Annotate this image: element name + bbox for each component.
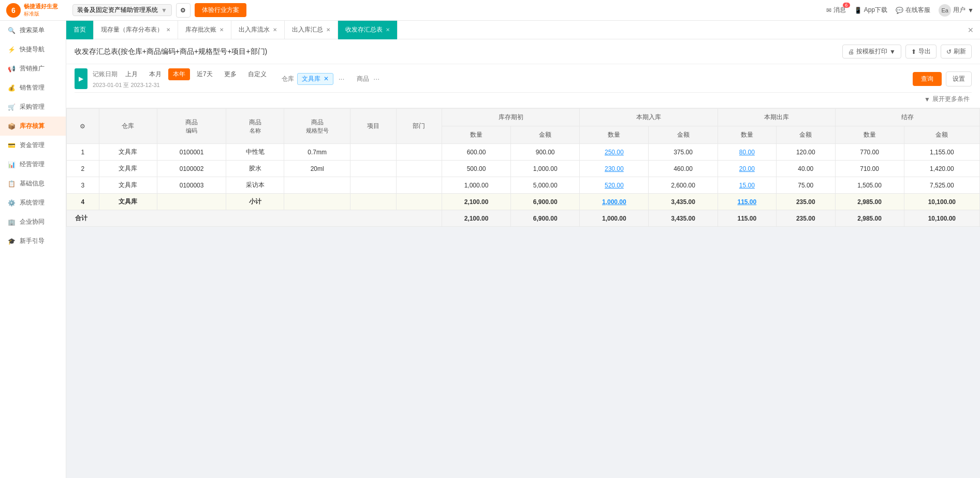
table-cell-link[interactable]: 80.00 <box>718 144 776 161</box>
message-button[interactable]: ✉ 消息 6 <box>826 6 846 15</box>
table-cell-link[interactable]: 115.00 <box>718 194 776 210</box>
warehouse-more-button[interactable]: ··· <box>337 75 347 83</box>
try-industry-button[interactable]: 体验行业方案 <box>195 3 246 17</box>
tab-close-inventory-distribution[interactable]: ✕ <box>166 27 170 33</box>
tab-close-receive-send-summary[interactable]: ✕ <box>386 27 390 33</box>
sidebar-item-marketing[interactable]: 📢 营销推广 <box>0 59 66 78</box>
tab-bar: 首页 现存量（库存分布表） ✕ 库存批次账 ✕ 出入库流水 ✕ 出入库汇总 ✕ <box>66 21 980 39</box>
sidebar-item-quick-nav[interactable]: ⚡ 快捷导航 <box>0 40 66 59</box>
filter-settings-button[interactable]: 设置 <box>946 71 972 86</box>
sidebar-item-purchase[interactable]: 🛒 采购管理 <box>0 97 66 117</box>
top-right-actions: ✉ 消息 6 📱 App下载 💬 在线客服 Ea 用户 ▼ <box>826 4 974 17</box>
tab-close-inout-summary[interactable]: ✕ <box>326 27 330 33</box>
th-close-amt: 金额 <box>904 126 979 144</box>
table-cell <box>396 161 442 177</box>
sidebar-menu: 🔍 搜索菜单 ⚡ 快捷导航 📢 营销推广 💰 销售管理 🛒 采购管理 <box>0 21 66 478</box>
tab-close-batch-account[interactable]: ✕ <box>220 27 224 33</box>
table-settings-header[interactable]: ⚙ <box>67 109 99 144</box>
warehouse-tag-remove[interactable]: ✕ <box>324 75 329 82</box>
table-cell-link[interactable]: 520.00 <box>580 177 649 194</box>
filter-date-buttons: 上月 本月 本年 近7天 更多 自定义 <box>121 68 271 80</box>
sidebar-item-guide[interactable]: 🎓 新手引导 <box>0 231 66 251</box>
page-actions: 🖨 按模板打印 ▼ ⬆ 导出 ↺ 刷新 <box>842 45 972 59</box>
date-btn-more[interactable]: 更多 <box>220 68 241 80</box>
tab-inout-flow[interactable]: 出入库流水 ✕ <box>231 21 285 39</box>
date-btn-this-year[interactable]: 本年 <box>168 68 190 80</box>
tab-close-inout-flow[interactable]: ✕ <box>273 27 277 33</box>
app-download-button[interactable]: 📱 App下载 <box>854 6 887 15</box>
data-table: ⚙ 仓库 商品编码 商品名称 商品规格型号 项目 部门 库存期初 本期入库 本期… <box>66 108 980 227</box>
table-cell: 胶水 <box>226 161 284 177</box>
date-btn-7-days[interactable]: 近7天 <box>192 68 217 80</box>
table-cell: 770.00 <box>835 144 904 161</box>
table-container: ⚙ 仓库 商品编码 商品名称 商品规格型号 项目 部门 库存期初 本期入库 本期… <box>66 108 980 227</box>
tab-inventory-distribution[interactable]: 现存量（库存分布表） ✕ <box>94 21 178 39</box>
table-cell: 0100001 <box>157 144 226 161</box>
table-cell: 4 <box>67 194 99 210</box>
refresh-button[interactable]: ↺ 刷新 <box>941 45 972 59</box>
table-cell-link[interactable]: 20.00 <box>718 161 776 177</box>
date-btn-last-month[interactable]: 上月 <box>121 68 142 80</box>
th-goods-code: 商品编码 <box>157 109 226 144</box>
sidebar-item-basic[interactable]: 📋 基础信息 <box>0 174 66 193</box>
sidebar-item-search[interactable]: 🔍 搜索菜单 <box>0 21 66 40</box>
sidebar-item-sales[interactable]: 💰 销售管理 <box>0 78 66 97</box>
tab-home[interactable]: 首页 <box>66 21 94 39</box>
table-cell <box>396 144 442 161</box>
table-cell: 460.00 <box>649 161 718 177</box>
corp-icon: 🏢 <box>7 218 16 226</box>
filter-warehouse: 仓库 文具库 ✕ ··· <box>282 73 347 85</box>
expand-conditions-button[interactable]: ▼ 展开更多条件 <box>924 95 970 104</box>
table-footer-row: 合计 2,100.00 6,900.00 1,000.00 3,435.00 1… <box>67 210 980 227</box>
table-cell: 5,000.00 <box>511 177 580 194</box>
date-btn-this-month[interactable]: 本月 <box>144 68 166 80</box>
user-menu[interactable]: Ea 用户 ▼ <box>939 4 974 17</box>
table-cell-link[interactable]: 250.00 <box>580 144 649 161</box>
table-cell: 710.00 <box>835 161 904 177</box>
settings-icon[interactable]: ⚙ <box>176 3 191 18</box>
print-button[interactable]: 🖨 按模板打印 ▼ <box>842 45 901 59</box>
filter-section: ▶ 记账日期 上月 本月 本年 近7天 更多 自定义 <box>66 64 980 108</box>
date-btn-custom[interactable]: 自定义 <box>243 68 271 80</box>
query-button[interactable]: 查询 <box>913 72 942 86</box>
filter-toggle-button[interactable]: ▶ <box>75 68 87 89</box>
goods-more-button[interactable]: ··· <box>371 75 382 83</box>
tab-receive-send-summary[interactable]: 收发存汇总表 ✕ <box>338 21 398 39</box>
th-in-qty: 数量 <box>580 126 649 144</box>
online-service-button[interactable]: 💬 在线客服 <box>896 6 930 15</box>
th-goods-spec: 商品规格型号 <box>284 109 350 144</box>
tab-batch-account[interactable]: 库存批次账 ✕ <box>178 21 231 39</box>
sidebar-item-inventory[interactable]: 📦 库存核算 <box>0 117 66 136</box>
tab-bar-close-button[interactable]: ✕ <box>961 26 980 34</box>
table-cell-link[interactable]: 15.00 <box>718 177 776 194</box>
table-row: 3文具库0100003采访本1,000.005,000.00520.002,60… <box>67 177 980 194</box>
table-cell: 235.00 <box>777 194 835 210</box>
sidebar-item-corp[interactable]: 🏢 企业协同 <box>0 212 66 231</box>
user-avatar: Ea <box>939 4 951 17</box>
table-cell <box>350 194 396 210</box>
export-button[interactable]: ⬆ 导出 <box>905 45 937 59</box>
sales-icon: 💰 <box>7 84 16 92</box>
table-cell: 采访本 <box>226 177 284 194</box>
tab-inout-summary[interactable]: 出入库汇总 ✕ <box>285 21 338 39</box>
sidebar-item-finance[interactable]: 💳 资金管理 <box>0 136 66 155</box>
table-cell: 1 <box>67 144 99 161</box>
sidebar-item-system[interactable]: ⚙️ 系统管理 <box>0 193 66 212</box>
th-open-qty: 数量 <box>442 126 510 144</box>
th-open-amt: 金额 <box>511 126 580 144</box>
system-selector[interactable]: 装备及固定资产辅助管理系统 ▼ <box>72 4 172 16</box>
app-container: 6 畅捷通好生意 标准版 装备及固定资产辅助管理系统 ▼ ⚙ 体验行业方案 ✉ … <box>0 0 980 478</box>
sidebar-item-operations[interactable]: 📊 经营管理 <box>0 155 66 174</box>
search-icon: 🔍 <box>7 26 16 35</box>
table-cell-link[interactable]: 1,000.00 <box>580 194 649 210</box>
footer-close-qty: 2,985.00 <box>835 210 904 227</box>
page-title: 收发存汇总表(按仓库+商品编码+商品+规格型号+项目+部门) <box>75 47 267 56</box>
table-cell-link[interactable]: 230.00 <box>580 161 649 177</box>
table-cell: 20ml <box>284 161 350 177</box>
table-row: 4文具库小计2,100.006,900.001,000.003,435.0011… <box>67 194 980 210</box>
logo-text: 畅捷通好生意 标准版 <box>24 3 58 18</box>
warehouse-tag[interactable]: 文具库 ✕ <box>297 73 333 85</box>
sidebar: 🔍 搜索菜单 ⚡ 快捷导航 📢 营销推广 💰 销售管理 🛒 采购管理 <box>0 21 66 478</box>
logo-area: 6 畅捷通好生意 标准版 <box>6 3 72 18</box>
footer-out-qty: 115.00 <box>718 210 776 227</box>
